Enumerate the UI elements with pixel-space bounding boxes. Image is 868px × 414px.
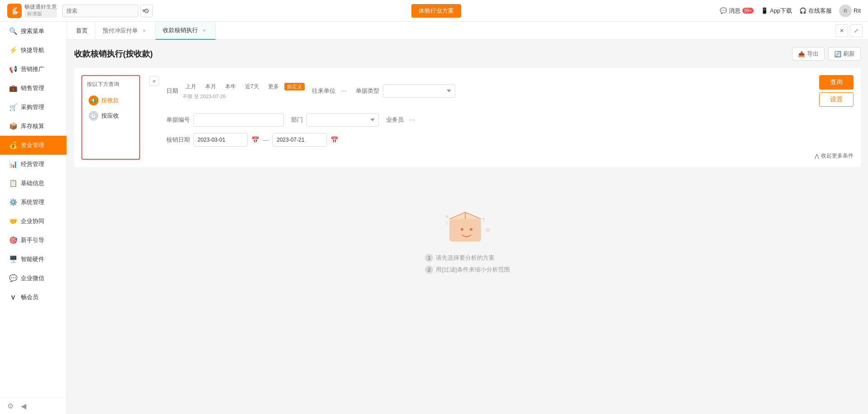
collapse-filter-btn[interactable]: » [149,76,159,86]
tab-collection[interactable]: 收款核销执行 × [156,22,216,40]
basic-info-icon: 📋 [9,179,17,187]
query-btn[interactable]: 查询 [819,75,854,90]
tab-close-all-btn[interactable]: ✕ [835,24,848,37]
page-content: 收款核销执行(按收款) 📤 导出 🔄 刷新 按以下方查询 [67,40,868,414]
tab-prepay-label: 预付冲应付单 [103,27,138,35]
export-btn[interactable]: 📤 导出 [792,47,825,61]
sidebar-item-marketing[interactable]: 📢 营销推广 [0,60,66,79]
filter-row-3: 核销日期 📅 — 📅 [166,133,854,147]
svg-point-6 [486,228,490,233]
sidebar-item-label: 快捷导航 [21,46,44,54]
sidebar-item-purchase[interactable]: 🛒 采购管理 [0,98,66,117]
calendar-end-icon[interactable]: 📅 [330,136,338,143]
doc-no-label: 单据编号 [166,116,190,124]
sidebar-item-inventory[interactable]: 📦 库存核算 [0,117,66,136]
sidebar-item-basic[interactable]: 📋 基础信息 [0,174,66,193]
search-menu-icon: 🔍 [9,27,17,35]
sidebar-item-quick-nav[interactable]: ⚡ 快捷导航 [0,41,66,60]
search-input[interactable] [62,5,138,17]
gear-button[interactable]: ⚙ [140,5,153,17]
sales-icon: 💼 [9,84,17,92]
brand-label: 标准版 [24,10,57,18]
date-btn-7days[interactable]: 近7天 [241,82,263,91]
date-col: 上月 本月 本年 近7天 更多 自定义 不限 至 2023-07-26 [182,82,305,100]
sidebar-item-hardware[interactable]: 🖥️ 智能硬件 [0,250,66,269]
sidebar-item-finance[interactable]: 💰 资金管理 [0,136,66,155]
tab-home[interactable]: 首页 [69,22,95,40]
sidebar-item-label: 经营管理 [21,160,44,168]
date-quick-btns: 上月 本月 本年 近7天 更多 自定义 [182,82,305,91]
empty-hint-2: 2 用[过滤]条件来缩小分析范围 [425,266,509,274]
sidebar-item-system[interactable]: ⚙️ 系统管理 [0,193,66,212]
top-bar: 🐇 畅捷通好生意 标准版 ▼ ⚙ 体验行业方案 💬 消息 99+ 📱 App下载… [0,0,868,22]
sidebar-item-wechat[interactable]: 💬 企业微信 [0,269,66,288]
industry-btn[interactable]: 体验行业方案 [411,4,461,18]
date-btn-this-month[interactable]: 本月 [202,82,220,91]
date-label: 日期 [166,87,178,95]
filter-option-by-receipt[interactable]: 💵 按收款 [87,93,135,108]
tab-prepay[interactable]: 预付冲应付单 × [95,22,156,40]
date-custom-badge[interactable]: 自定义 [284,83,305,90]
top-bar-center: 体验行业方案 [411,4,461,18]
tab-collection-close[interactable]: × [201,27,208,34]
settings-bottom-icon[interactable]: ⚙ [7,402,14,410]
chevron-up-icon: ⋀ [815,153,819,159]
dept-select[interactable] [307,113,379,127]
sidebar-item-label: 企业微信 [21,274,44,282]
empty-hint-1: 1 请先选择要分析的方案 [425,254,509,262]
verify-date-start-input[interactable] [193,133,248,147]
sidebar-item-enterprise[interactable]: 🤝 企业协同 [0,212,66,231]
date-dash: — [263,136,269,143]
svg-point-5 [446,215,448,218]
collapse-sidebar-icon[interactable]: ◀ [21,402,26,410]
message-icon: 💬 [720,7,727,14]
doc-no-input[interactable] [193,113,284,127]
collapse-conditions-btn[interactable]: ⋀ 收起更多条件 [815,152,854,160]
sidebar-item-sales[interactable]: 💼 销售管理 [0,79,66,98]
refresh-btn[interactable]: 🔄 刷新 [828,47,861,61]
verify-date-end-input[interactable] [273,133,327,147]
calendar-start-icon[interactable]: 📅 [251,136,259,143]
tab-prepay-close[interactable]: × [141,27,148,34]
quick-nav-icon: ⚡ [9,46,17,54]
app-download-btn[interactable]: 📱 App下载 [761,7,792,15]
hint-text-2: 用[过滤]条件来缩小分析范围 [436,266,509,274]
tab-maximize-btn[interactable]: ⤢ [850,24,863,37]
svg-point-1 [461,228,463,231]
hint-text-1: 请先选择要分析的方案 [436,254,495,262]
date-btn-this-year[interactable]: 本年 [222,82,240,91]
user-area[interactable]: R Rit [839,5,861,17]
date-btn-last-month[interactable]: 上月 [182,82,200,91]
collapse-label: 收起更多条件 [821,152,854,160]
empty-hints: 1 请先选择要分析的方案 2 用[过滤]条件来缩小分析范围 [425,254,509,274]
date-btn-more[interactable]: 更多 [264,82,283,91]
counterpart-label: 往来单位 [312,87,335,95]
verify-date-label: 核销日期 [166,136,190,144]
filter-query-section: 按以下方查询 💵 按收款 🕐 按应收 [81,75,140,160]
doc-type-select[interactable] [383,84,455,98]
sidebar-item-search[interactable]: 🔍 搜索菜单 [0,22,66,41]
filter-row-2: 单据编号 部门 业务员 ··· [166,113,854,127]
counterpart-dots[interactable]: ··· [339,87,349,95]
message-badge: 99+ [742,8,754,14]
staff-dots[interactable]: ··· [407,116,417,124]
sidebar-item-operation[interactable]: 📊 经营管理 [0,155,66,174]
filter-option-by-receivable[interactable]: 🕐 按应收 [87,108,135,124]
content-area: 首页 预付冲应付单 × 收款核销执行 × ✕ ⤢ 收款核销执行(按收款) [67,22,868,414]
message-btn[interactable]: 💬 消息 99+ [720,7,754,15]
svg-text:?: ? [445,222,448,227]
online-service-btn[interactable]: 🎧 在线客服 [799,7,832,15]
tab-home-label: 首页 [76,27,88,35]
sidebar-item-label: 库存核算 [21,122,44,130]
sidebar-item-label: 智能硬件 [21,255,44,263]
sidebar-item-member[interactable]: V 畅会员 [0,288,66,307]
dept-field: 部门 [291,113,379,127]
sidebar-item-guide[interactable]: 🎯 新手引导 [0,231,66,250]
filter-section-title: 按以下方查询 [87,81,135,88]
date-range: 📅 — 📅 [193,133,338,147]
marketing-icon: 📢 [9,65,17,73]
empty-illustration: ? ? [440,203,495,248]
setting-btn[interactable]: 设置 [819,92,854,107]
date-field: 日期 上月 本月 本年 近7天 更多 自定义 [166,82,305,100]
sidebar-item-label: 搜索菜单 [21,27,44,35]
